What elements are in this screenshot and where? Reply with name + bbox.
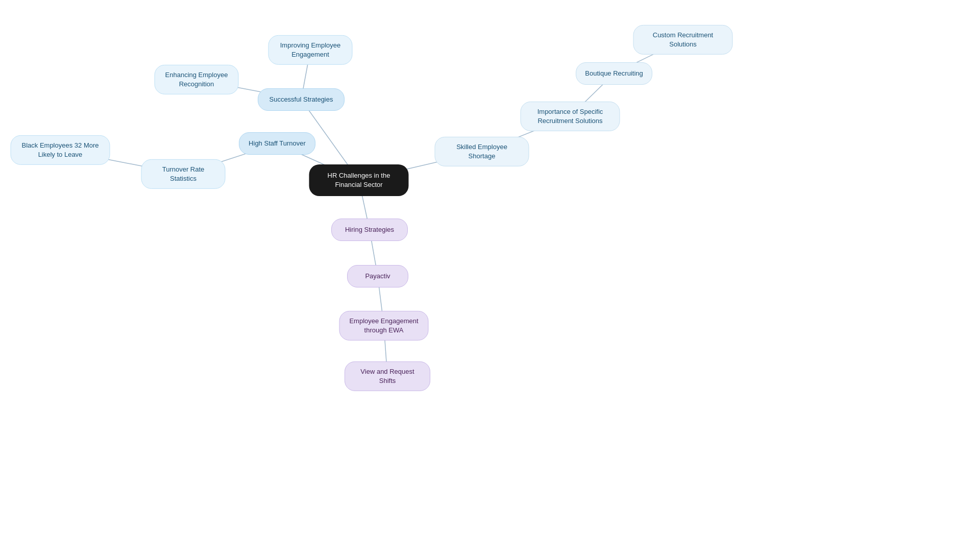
node-employee-engagement-ewa[interactable]: Employee Engagement through EWA <box>339 311 429 341</box>
node-successful-strategies[interactable]: Successful Strategies <box>258 88 345 111</box>
node-importance-recruitment[interactable]: Importance of Specific Recruitment Solut… <box>521 102 620 131</box>
node-label-payactiv: Payactiv <box>357 267 398 286</box>
node-enhancing-recognition[interactable]: Enhancing Employee Recognition <box>155 65 239 94</box>
node-label-enhancing-recognition: Enhancing Employee Recognition <box>155 65 238 94</box>
node-view-request-shifts[interactable]: View and Request Shifts <box>345 362 430 391</box>
node-label-black-employees: Black Employees 32 More Likely to Leave <box>11 136 110 164</box>
node-improving-engagement[interactable]: Improving Employee Engagement <box>268 35 353 65</box>
node-boutique-recruiting[interactable]: Boutique Recruiting <box>576 62 652 85</box>
node-label-hiring-strategies: Hiring Strategies <box>337 220 402 239</box>
node-label-skilled-shortage: Skilled Employee Shortage <box>435 137 529 166</box>
node-label-successful-strategies: Successful Strategies <box>261 90 341 109</box>
node-label-boutique-recruiting: Boutique Recruiting <box>577 64 651 83</box>
node-center[interactable]: HR Challenges in the Financial Sector <box>309 164 409 196</box>
node-label-high-staff-turnover: High Staff Turnover <box>240 134 314 153</box>
node-skilled-shortage[interactable]: Skilled Employee Shortage <box>435 137 529 166</box>
node-label-view-request-shifts: View and Request Shifts <box>345 362 430 391</box>
node-custom-recruitment[interactable]: Custom Recruitment Solutions <box>633 25 733 55</box>
mindmap-container: HR Challenges in the Financial SectorSuc… <box>0 0 980 553</box>
connections-svg <box>0 0 980 553</box>
node-payactiv[interactable]: Payactiv <box>347 265 408 287</box>
node-label-custom-recruitment: Custom Recruitment Solutions <box>634 26 732 54</box>
node-label-importance-recruitment: Importance of Specific Recruitment Solut… <box>521 102 620 131</box>
node-high-staff-turnover[interactable]: High Staff Turnover <box>239 132 315 155</box>
node-label-turnover-statistics: Turnover Rate Statistics <box>142 160 225 188</box>
node-turnover-statistics[interactable]: Turnover Rate Statistics <box>141 159 226 189</box>
node-label-center: HR Challenges in the Financial Sector <box>309 166 409 195</box>
node-black-employees[interactable]: Black Employees 32 More Likely to Leave <box>11 135 110 165</box>
node-label-employee-engagement-ewa: Employee Engagement through EWA <box>340 311 428 340</box>
node-hiring-strategies[interactable]: Hiring Strategies <box>331 219 408 241</box>
node-label-improving-engagement: Improving Employee Engagement <box>269 36 352 64</box>
